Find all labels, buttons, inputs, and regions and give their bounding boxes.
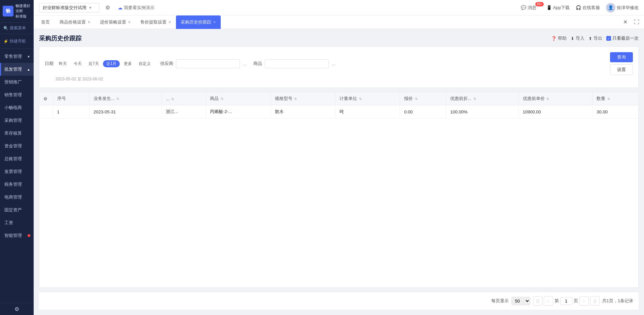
- sidebar-item-2[interactable]: 营销推广: [0, 76, 34, 89]
- tab-4[interactable]: 采购历史价跟踪 ×: [176, 15, 221, 29]
- date-options: 昨天今天近7天近1月更多自定义: [56, 60, 153, 67]
- sidebar-item-0[interactable]: 零售管理▼: [0, 50, 34, 63]
- tab-close-icon[interactable]: ×: [88, 20, 90, 25]
- sidebar-item-10[interactable]: 税务管理: [0, 178, 34, 191]
- col-price[interactable]: 报价 ⇅: [400, 92, 446, 105]
- sidebar-item-label: 零售管理: [4, 54, 22, 60]
- goods-label: 商品: [253, 61, 262, 67]
- page-label: 第: [554, 298, 559, 304]
- help-button[interactable]: ❓ 帮助: [551, 35, 567, 41]
- supplier-dots[interactable]: ...: [243, 61, 247, 66]
- sidebar-settings[interactable]: ⚙: [14, 306, 19, 312]
- app-download-button[interactable]: 📱 App下载: [546, 5, 570, 11]
- sidebar-item-label: 总账管理: [4, 156, 22, 162]
- col-qty[interactable]: 数量 ⇅: [593, 92, 638, 105]
- table-settings-icon[interactable]: ⚙: [43, 96, 47, 101]
- sidebar-search[interactable]: 🔍 搜索菜单: [0, 23, 34, 34]
- export-icon: ⬆: [588, 36, 592, 41]
- sidebar-item-1[interactable]: 批发管理▲: [0, 63, 34, 76]
- tab-2[interactable]: 进价策略设置 ×: [95, 15, 136, 29]
- sidebar-item-3[interactable]: 销售管理: [0, 89, 34, 101]
- expand-tab-button[interactable]: ⛶: [632, 18, 641, 27]
- tab-close-icon[interactable]: ×: [213, 20, 216, 25]
- topbar: 好业财标准版交付试用 ▼ ⚙ ☁ 我要看实例演示 💬 消息 99+ 📱 App下…: [34, 0, 644, 15]
- tab-close-icon[interactable]: ×: [128, 20, 131, 25]
- filter-card: 日期 昨天今天近7天近1月更多自定义 供应商 ... 商品 ... 查询 设置: [39, 46, 639, 88]
- page-header: 采购历史价跟踪 ❓ 帮助 ⬇ 导入 ⬆ 导出 ✓ 只看最后一次: [39, 34, 639, 42]
- messages-button[interactable]: 💬 消息 99+: [521, 5, 540, 11]
- cell-seq: 1: [53, 105, 89, 118]
- last-page-button[interactable]: ⟩⟩: [590, 296, 600, 306]
- checkbox-icon: ✓: [606, 36, 611, 41]
- close-tab-button[interactable]: ✕: [620, 18, 630, 27]
- date-option-近7天[interactable]: 近7天: [86, 60, 102, 67]
- settings-icon: ⚙: [14, 306, 19, 312]
- tab-label: 售价提取设置: [140, 19, 167, 25]
- demo-link[interactable]: ☁ 我要看实例演示: [118, 5, 154, 11]
- query-button[interactable]: 查询: [610, 52, 633, 62]
- date-option-更多[interactable]: 更多: [121, 60, 135, 67]
- sidebar-item-5[interactable]: 采购管理: [0, 114, 34, 127]
- table-card: ⚙序号业务发生... ⇅... ⇅商品 ⇅规格型号 ⇅计量单位 ⇅报价 ⇅优惠前…: [39, 92, 639, 288]
- sidebar-item-14[interactable]: 智能管理: [0, 229, 34, 242]
- prev-page-button[interactable]: ‹: [544, 296, 553, 306]
- col-discount[interactable]: 优惠前折... ⇅: [446, 92, 518, 105]
- sidebar-item-9[interactable]: 发票管理: [0, 165, 34, 178]
- sidebar-item-label: 批发管理: [4, 66, 22, 72]
- version-selector[interactable]: 好业财标准版交付试用 ▼: [39, 3, 100, 12]
- filter-row: 日期 昨天今天近7天近1月更多自定义 供应商 ... 商品 ... 查询 设置: [45, 52, 633, 75]
- date-option-自定义[interactable]: 自定义: [136, 60, 153, 67]
- next-page-button[interactable]: ›: [579, 296, 589, 306]
- col-unit[interactable]: 计量单位 ⇅: [335, 92, 400, 105]
- tab-0[interactable]: 首页: [36, 15, 55, 29]
- sidebar-item-label: 采购管理: [4, 117, 22, 124]
- export-button[interactable]: ⬆ 导出: [588, 35, 602, 41]
- topbar-settings-button[interactable]: ⚙: [103, 3, 112, 12]
- sidebar-nav-quick[interactable]: ⚡ 快捷导航: [0, 36, 34, 46]
- user-button[interactable]: 👤 徐泽华修改: [606, 3, 639, 12]
- sidebar-item-7[interactable]: 资金管理: [0, 140, 34, 152]
- sort-icon: ⇅: [294, 97, 297, 101]
- only-last-checkbox[interactable]: ✓ 只看最后一次: [606, 35, 639, 41]
- tab-3[interactable]: 售价提取设置 ×: [136, 15, 176, 29]
- import-button[interactable]: ⬇ 导入: [571, 35, 584, 41]
- help-icon: ❓: [551, 36, 557, 41]
- arrow-icon: ▼: [27, 55, 30, 59]
- tab-label: 首页: [41, 19, 50, 25]
- sidebar-item-8[interactable]: 总账管理: [0, 152, 34, 165]
- sidebar-item-6[interactable]: 库存核算: [0, 127, 34, 140]
- page-input[interactable]: [560, 297, 572, 305]
- date-option-今天[interactable]: 今天: [71, 60, 84, 67]
- tabs-controls: ✕ ⛶: [620, 18, 641, 27]
- supplier-input[interactable]: [176, 59, 240, 68]
- tab-1[interactable]: 商品价格设置 ×: [55, 15, 95, 29]
- table-row[interactable]: 12023-05-31浙江...丙烯酸-2-...散水吨0.00100.00%1…: [39, 105, 638, 118]
- first-page-button[interactable]: ⟨⟨: [533, 296, 542, 306]
- tab-label: 采购历史价跟踪: [181, 19, 211, 25]
- goods-input[interactable]: [265, 59, 329, 68]
- avatar: 👤: [606, 3, 615, 12]
- date-option-昨天[interactable]: 昨天: [56, 60, 70, 67]
- col-extra[interactable]: ... ⇅: [162, 92, 206, 105]
- date-filter-group: 日期 昨天今天近7天近1月更多自定义: [45, 60, 153, 67]
- tab-close-icon[interactable]: ×: [169, 20, 171, 25]
- goods-dots[interactable]: ...: [331, 61, 335, 66]
- col-pre_price[interactable]: 优惠前单价 ⇅: [518, 92, 593, 105]
- import-icon: ⬇: [571, 36, 574, 41]
- settings-filter-button[interactable]: 设置: [610, 64, 633, 75]
- date-option-近1月[interactable]: 近1月: [103, 60, 120, 67]
- sidebar-item-13[interactable]: 工资: [0, 216, 34, 229]
- sidebar-item-4[interactable]: 小畅电商: [0, 101, 34, 114]
- sidebar-item-11[interactable]: 电商管理: [0, 191, 34, 204]
- col-goods[interactable]: 商品 ⇅: [206, 92, 271, 105]
- sort-icon: ⇅: [221, 97, 223, 101]
- sidebar-item-label: 工资: [4, 220, 13, 226]
- col-seq: 序号: [53, 92, 89, 105]
- arrow-icon: ▲: [27, 68, 30, 71]
- per-page-select[interactable]: 2050100200: [511, 297, 530, 305]
- col-spec[interactable]: 规格型号 ⇅: [271, 92, 335, 105]
- sidebar-item-12[interactable]: 固定资产: [0, 204, 34, 216]
- page-suffix: 页: [574, 298, 578, 304]
- customer-service-button[interactable]: 🎧 在线客服: [576, 5, 600, 11]
- col-date[interactable]: 业务发生... ⇅: [89, 92, 162, 105]
